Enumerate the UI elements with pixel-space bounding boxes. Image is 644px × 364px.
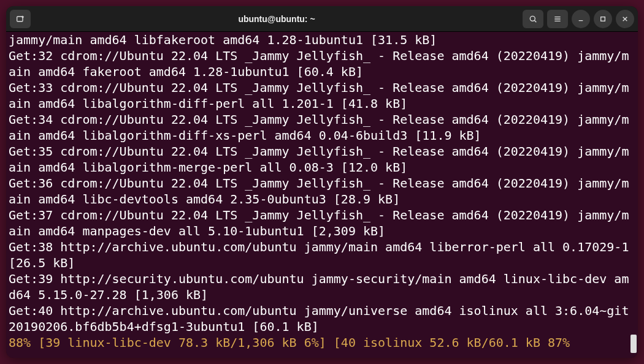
menu-button[interactable]: [547, 10, 568, 28]
svg-line-4: [534, 20, 536, 22]
terminal-progress-line: 88% [39 linux-libc-dev 78.3 kB/1,306 kB …: [6, 335, 638, 351]
close-button[interactable]: [616, 10, 634, 28]
titlebar: ubuntu@ubuntu: ~: [6, 6, 638, 32]
window-title: ubuntu@ubuntu: ~: [34, 14, 519, 24]
scrollbar-thumb[interactable]: [631, 335, 637, 353]
terminal-window: ubuntu@ubuntu: ~ jammy/main amd64 libfak…: [6, 6, 638, 358]
svg-point-3: [530, 16, 535, 21]
terminal-area[interactable]: jammy/main amd64 libfakeroot amd64 1.28-…: [6, 32, 638, 358]
new-tab-button[interactable]: [10, 10, 31, 28]
svg-rect-9: [601, 17, 605, 21]
maximize-button[interactable]: [594, 10, 612, 28]
minimize-button[interactable]: [572, 10, 590, 28]
terminal-output: jammy/main amd64 libfakeroot amd64 1.28-…: [6, 32, 638, 335]
search-button[interactable]: [523, 10, 543, 28]
